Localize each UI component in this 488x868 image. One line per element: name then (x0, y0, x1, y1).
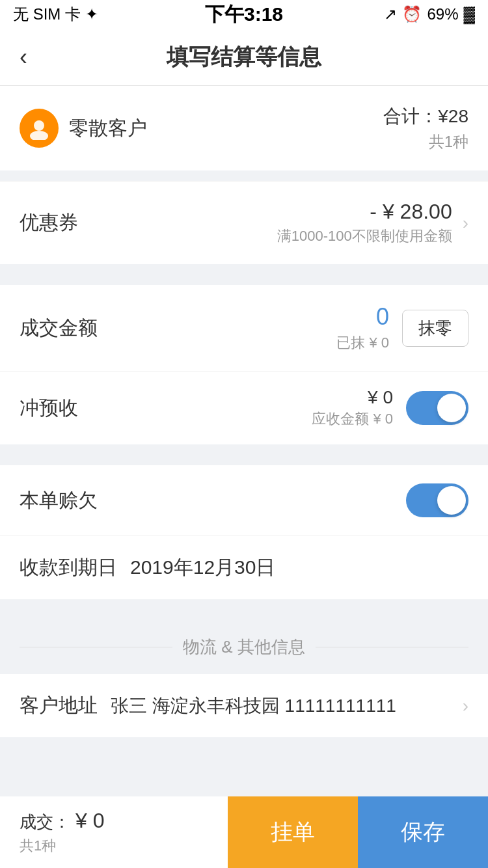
precollect-sub: 应收金额 ¥ 0 (312, 409, 393, 429)
coupon-section[interactable]: 优惠券 - ¥ 28.00 满1000-100不限制使用金额 › (0, 181, 488, 264)
debt-toggle-knob (437, 486, 466, 515)
back-button[interactable]: ‹ (20, 44, 27, 71)
customer-count: 共1种 (383, 131, 468, 152)
coupon-label: 优惠券 (20, 210, 78, 236)
address-row[interactable]: 客户地址 张三 海淀永丰科技园 11111111111 › (0, 674, 488, 737)
status-bar: 无 SIM 卡 ✦ 下午3:18 ↗ ⏰ 69% ▓ (0, 0, 488, 29)
status-bar-right: ↗ ⏰ 69% ▓ (384, 5, 475, 23)
alarm-icon: ⏰ (402, 5, 422, 23)
customer-total: 合计：¥28 (383, 104, 468, 129)
toggle-knob (437, 394, 466, 422)
logistics-label: 物流 & 其他信息 (183, 636, 305, 658)
address-chevron-icon: › (463, 696, 468, 716)
page-title: 填写结算等信息 (167, 42, 321, 72)
coupon-discount: - ¥ 28.00 (277, 200, 452, 224)
battery-text: 69% (427, 5, 458, 23)
coupon-right: - ¥ 28.00 满1000-100不限制使用金额 › (277, 200, 468, 246)
bottom-bar: 成交： ¥ 0 共1种 挂单 保存 (0, 796, 488, 868)
precollect-row: 冲预收 ¥ 0 应收金额 ¥ 0 (0, 371, 488, 444)
svg-point-0 (34, 120, 44, 131)
svg-point-1 (30, 131, 48, 140)
amount-sub: 已抹 ¥ 0 (336, 333, 389, 353)
precollect-amount: ¥ 0 (312, 387, 393, 408)
precollect-right: ¥ 0 应收金额 ¥ 0 (312, 387, 468, 429)
debt-toggle[interactable] (406, 483, 468, 517)
bottom-deal-label: 成交： (20, 811, 70, 834)
customer-section: 零散客户 合计：¥28 共1种 (0, 86, 488, 170)
customer-right: 合计：¥28 共1种 (383, 104, 468, 152)
section-divider-1 (0, 275, 488, 285)
hang-button[interactable]: 挂单 (228, 796, 358, 868)
amount-label: 成交金额 (20, 315, 98, 342)
precollect-toggle[interactable] (406, 391, 468, 425)
status-bar-time: 下午3:18 (205, 1, 283, 28)
section-divider-3 (0, 610, 488, 620)
due-date-value: 2019年12月30日 (130, 554, 275, 581)
transaction-section: 成交金额 0 已抹 ¥ 0 抹零 冲预收 ¥ 0 应收金额 ¥ 0 (0, 285, 488, 444)
coupon-row[interactable]: 优惠券 - ¥ 28.00 满1000-100不限制使用金额 › (0, 181, 488, 264)
sim-text: 无 SIM 卡 ✦ (13, 4, 98, 25)
due-date-label: 收款到期日 (20, 554, 117, 581)
customer-name: 零散客户 (69, 115, 147, 142)
round-button[interactable]: 抹零 (402, 310, 468, 347)
save-button[interactable]: 保存 (358, 796, 488, 868)
debt-section: 本单赊欠 收款到期日 2019年12月30日 (0, 465, 488, 599)
customer-avatar (20, 109, 59, 148)
customer-left: 零散客户 (20, 109, 147, 148)
amount-value: 0 (336, 303, 389, 331)
coupon-sub: 满1000-100不限制使用金额 (277, 226, 452, 246)
address-value: 张三 海淀永丰科技园 11111111111 (111, 694, 463, 718)
due-date-row: 收款到期日 2019年12月30日 (0, 536, 488, 599)
customer-row: 零散客户 合计：¥28 共1种 (0, 86, 488, 170)
section-divider-2 (0, 455, 488, 465)
precollect-value: ¥ 0 应收金额 ¥ 0 (312, 387, 393, 429)
precollect-label: 冲预收 (20, 395, 78, 422)
bottom-info: 成交： ¥ 0 共1种 (0, 809, 228, 856)
debt-row: 本单赊欠 (0, 465, 488, 536)
battery-icon: ▓ (464, 5, 476, 23)
location-icon: ↗ (384, 5, 397, 23)
logistics-header: 物流 & 其他信息 (0, 620, 488, 674)
status-bar-left: 无 SIM 卡 ✦ (13, 4, 98, 25)
amount-row: 成交金额 0 已抹 ¥ 0 抹零 (0, 285, 488, 371)
content-area: 零散客户 合计：¥28 共1种 优惠券 - ¥ 28.00 满1000-100不… (0, 86, 488, 868)
address-section[interactable]: 客户地址 张三 海淀永丰科技园 11111111111 › (0, 674, 488, 737)
bottom-count: 共1种 (20, 836, 208, 856)
debt-label: 本单赊欠 (20, 487, 98, 514)
coupon-chevron-icon: › (463, 213, 468, 234)
bottom-deal-amount: ¥ 0 (75, 809, 104, 833)
coupon-value: - ¥ 28.00 满1000-100不限制使用金额 (277, 200, 452, 246)
address-label: 客户地址 (20, 692, 98, 719)
nav-bar: ‹ 填写结算等信息 (0, 29, 488, 86)
